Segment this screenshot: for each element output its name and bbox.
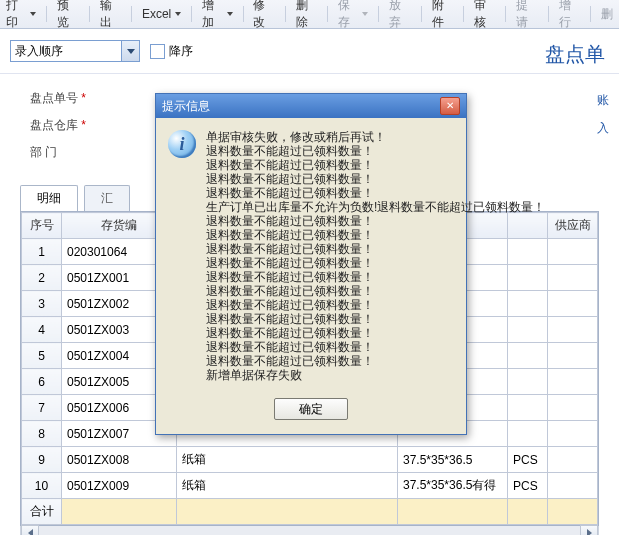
sum-row: 合计 <box>22 499 598 525</box>
sum-label: 合计 <box>22 499 62 525</box>
toolbar-删: 删 <box>601 6 613 23</box>
cell-idx: 9 <box>22 447 62 473</box>
cell-supplier[interactable] <box>548 291 598 317</box>
cell-idx: 1 <box>22 239 62 265</box>
field-label-docno: 盘点单号 <box>30 91 78 105</box>
toolbar-附件[interactable]: 附件 <box>432 0 453 31</box>
cell-spec[interactable]: 37.5*35*36.5有得 <box>398 473 508 499</box>
dialog-title: 提示信息 <box>162 98 210 115</box>
cell-idx: 6 <box>22 369 62 395</box>
desc-checkbox[interactable] <box>150 44 165 59</box>
sub-bar: 录入顺序 降序 盘点单 <box>0 29 619 74</box>
sort-order-select[interactable]: 录入顺序 <box>10 40 140 62</box>
cell-unit[interactable] <box>508 421 548 447</box>
cell-supplier[interactable] <box>548 317 598 343</box>
info-icon: i <box>168 130 196 158</box>
field-label-warehouse: 盘点仓库 <box>30 118 78 132</box>
chevron-down-icon <box>227 12 233 16</box>
cell-supplier[interactable] <box>548 369 598 395</box>
toolbar-预览[interactable]: 预览 <box>57 0 78 31</box>
col-supplier[interactable]: 供应商 <box>548 213 598 239</box>
toolbar-输出[interactable]: 输出 <box>100 0 121 31</box>
cell-idx: 8 <box>22 421 62 447</box>
toolbar-Excel[interactable]: Excel <box>142 7 181 21</box>
cell-unit[interactable] <box>508 395 548 421</box>
toolbar-增行: 增行 <box>559 0 580 31</box>
cell-supplier[interactable] <box>548 395 598 421</box>
ok-button[interactable]: 确定 <box>274 398 348 420</box>
side-label-1: 账 <box>597 92 609 109</box>
cell-code[interactable]: 0501ZX008 <box>62 447 177 473</box>
toolbar-修改[interactable]: 修改 <box>253 0 274 31</box>
toolbar-保存: 保存 <box>338 0 368 31</box>
cell-supplier[interactable] <box>548 447 598 473</box>
message-dialog: 提示信息 ✕ i 单据审核失败，修改或稍后再试！ 退料数量不能超过已领料数量！ … <box>155 93 467 435</box>
toolbar-删除[interactable]: 删除 <box>296 0 317 31</box>
table-row[interactable]: 100501ZX009纸箱37.5*35*36.5有得PCS <box>22 473 598 499</box>
cell-supplier[interactable] <box>548 239 598 265</box>
required-mark: * <box>81 91 86 105</box>
cell-idx: 3 <box>22 291 62 317</box>
h-scrollbar[interactable] <box>20 526 599 535</box>
sort-order-value: 录入顺序 <box>15 44 63 58</box>
cell-name[interactable]: 纸箱 <box>177 473 398 499</box>
chevron-down-icon <box>30 12 36 16</box>
scroll-right-icon[interactable] <box>580 525 598 535</box>
close-icon[interactable]: ✕ <box>440 97 460 115</box>
toolbar-放弃: 放弃 <box>389 0 410 31</box>
dialog-titlebar[interactable]: 提示信息 ✕ <box>156 94 466 118</box>
scroll-left-icon[interactable] <box>21 525 39 535</box>
cell-supplier[interactable] <box>548 265 598 291</box>
cell-supplier[interactable] <box>548 343 598 369</box>
cell-idx: 10 <box>22 473 62 499</box>
desc-label: 降序 <box>169 43 193 60</box>
page-title: 盘点单 <box>545 41 605 68</box>
required-mark: * <box>81 118 86 132</box>
toolbar-打印[interactable]: 打印 <box>6 0 36 31</box>
chevron-down-icon <box>362 12 368 16</box>
cell-idx: 5 <box>22 343 62 369</box>
table-row[interactable]: 90501ZX008纸箱37.5*35*36.5PCS <box>22 447 598 473</box>
cell-idx: 7 <box>22 395 62 421</box>
toolbar-增加[interactable]: 增加 <box>202 0 232 31</box>
col-idx[interactable]: 序号 <box>22 213 62 239</box>
cell-idx: 4 <box>22 317 62 343</box>
cell-unit[interactable]: PCS <box>508 473 548 499</box>
field-label-dept: 部 门 <box>30 145 57 159</box>
cell-name[interactable]: 纸箱 <box>177 447 398 473</box>
chevron-down-icon[interactable] <box>121 41 139 61</box>
cell-supplier[interactable] <box>548 473 598 499</box>
dialog-message: 单据审核失败，修改或稍后再试！ 退料数量不能超过已领料数量！ 退料数量不能超过已… <box>206 130 545 382</box>
chevron-down-icon <box>175 12 181 16</box>
cell-unit[interactable]: PCS <box>508 447 548 473</box>
tab-summary[interactable]: 汇 <box>84 185 130 211</box>
main-toolbar: 打印预览输出Excel增加修改删除保存放弃附件审核提请增行删 <box>0 0 619 29</box>
side-label-2: 入 <box>597 120 609 137</box>
toolbar-提请: 提请 <box>516 0 537 31</box>
cell-supplier[interactable] <box>548 421 598 447</box>
cell-spec[interactable]: 37.5*35*36.5 <box>398 447 508 473</box>
tab-detail[interactable]: 明细 <box>20 185 78 211</box>
cell-idx: 2 <box>22 265 62 291</box>
cell-code[interactable]: 0501ZX009 <box>62 473 177 499</box>
toolbar-审核[interactable]: 审核 <box>474 0 495 31</box>
